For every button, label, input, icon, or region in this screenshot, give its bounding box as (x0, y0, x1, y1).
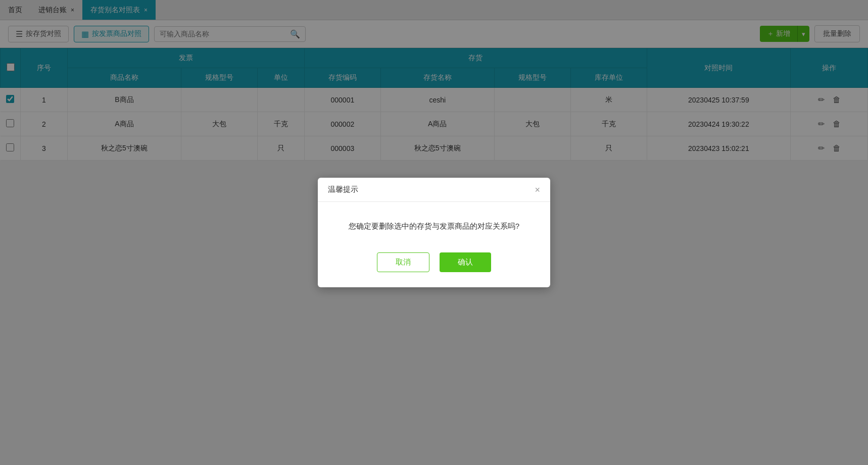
dialog-overlay: 温馨提示 × 您确定要删除选中的存货与发票商品的对应关系吗? 取消 确认 (0, 0, 868, 161)
